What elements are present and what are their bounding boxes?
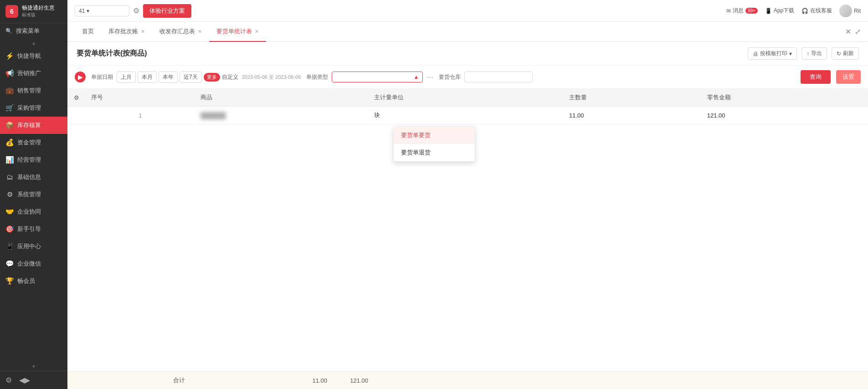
th-product: 商品	[195, 89, 369, 107]
sidebar-item-marketing[interactable]: 📢 营销推广	[0, 65, 67, 82]
page-header: 要货单统计表(按商品) 🖨 按模板打印 ▾ ↑ 导出 ↻ 刷新	[67, 42, 868, 66]
nav-icon-quick-nav: ⚡	[5, 52, 14, 60]
dropdown-item-return[interactable]: 要货单退货	[394, 144, 475, 161]
topbar-left: 41 ▾ ⚙ 体验行业方案	[75, 4, 721, 18]
td-num: 1	[86, 107, 195, 124]
more-options-button[interactable]: ···	[426, 72, 433, 82]
sidebar-scroll-down[interactable]: ▼	[0, 362, 67, 371]
tab-home[interactable]: 首页	[75, 22, 101, 42]
nav-icon-enterprise: 🤝	[5, 208, 14, 216]
download-icon: 📱	[765, 8, 772, 14]
sidebar-search[interactable]: 🔍 搜索菜单	[0, 23, 67, 39]
tab-close-receivable-summary[interactable]: ✕	[198, 29, 202, 35]
sidebar-item-system[interactable]: ⚙ 系统管理	[0, 186, 67, 203]
sidebar-item-basic[interactable]: 🗂 基础信息	[0, 169, 67, 186]
tab-label-inventory-batch: 库存批次账	[108, 27, 138, 36]
tab-label-home: 首页	[82, 27, 94, 36]
nav-label-purchase: 采购管理	[17, 104, 41, 112]
headset-icon: 🎧	[801, 8, 808, 14]
warehouse-input[interactable]	[464, 72, 533, 82]
user-item[interactable]: Rit	[839, 5, 861, 17]
sidebar: 6 畅捷通好生意 标准版 🔍 搜索菜单 ▲ ⚡ 快捷导航 📢 营销推广 💼 销售…	[0, 0, 67, 389]
date-custom-button[interactable]: 自定义	[222, 73, 238, 81]
nav-label-operations: 经营管理	[17, 156, 41, 164]
app-download-item[interactable]: 📱 App下载	[765, 7, 794, 15]
nav-icon-operations: 📊	[5, 156, 14, 164]
footer-amount: 121.00	[332, 377, 377, 384]
tab-order-stats[interactable]: 要货单统计表✕	[209, 22, 266, 42]
tab-close-all-button[interactable]: ✕	[845, 27, 851, 36]
sidebar-item-operations[interactable]: 📊 经营管理	[0, 151, 67, 169]
topbar-gear-icon[interactable]: ⚙	[133, 6, 139, 15]
th-num: 序号	[86, 89, 195, 107]
sidebar-item-purchase[interactable]: 🛒 采购管理	[0, 99, 67, 117]
date-this-month[interactable]: 本月	[138, 72, 157, 83]
th-quantity: 主数量	[564, 89, 702, 107]
search-icon: 🔍	[5, 28, 12, 34]
settings-icon[interactable]: ⚙	[5, 376, 12, 384]
sidebar-item-quick-nav[interactable]: ⚡ 快捷导航	[0, 47, 67, 65]
sidebar-item-wechat[interactable]: 💬 企业微信	[0, 255, 67, 272]
footer-label: 合计	[173, 376, 219, 384]
sidebar-item-member[interactable]: 🏆 畅会员	[0, 272, 67, 290]
sidebar-bottom: ⚙ ◀▶	[0, 371, 67, 389]
sidebar-item-enterprise[interactable]: 🤝 企业协同	[0, 203, 67, 220]
nav-label-inventory: 库存核算	[17, 121, 41, 129]
tab-label-order-stats: 要货单统计表	[216, 27, 252, 36]
th-settings[interactable]: ⚙	[67, 89, 86, 107]
main-content: 41 ▾ ⚙ 体验行业方案 ✉ 消息 99+ 📱 App下载 🎧 在线客服	[67, 0, 868, 389]
sidebar-item-apps[interactable]: 📱 应用中心	[0, 238, 67, 255]
app-version: 标准版	[22, 12, 55, 18]
tab-close-inventory-batch[interactable]: ✕	[141, 29, 145, 35]
page-actions: 🖨 按模板打印 ▾ ↑ 导出 ↻ 刷新	[748, 47, 859, 65]
nav-label-apps: 应用中心	[17, 242, 41, 251]
table-body: 1 ██████ 块 11.00 121.00	[67, 107, 868, 124]
nav-icon-guide: 🎯	[5, 225, 14, 233]
table-footer: 合计 11.00 121.00	[67, 371, 868, 389]
nav-icon-purchase: 🛒	[5, 104, 14, 112]
sidebar-item-finance[interactable]: 💰 资金管理	[0, 134, 67, 151]
company-select-value: 41	[79, 8, 85, 14]
sidebar-scroll-up[interactable]: ▲	[0, 39, 67, 47]
messages-badge: 99+	[745, 8, 758, 14]
refresh-button[interactable]: ↻ 刷新	[832, 47, 859, 60]
collapse-icon[interactable]: ◀▶	[19, 376, 30, 384]
search-button[interactable]: 查询	[801, 70, 831, 84]
date-7days[interactable]: 近7天	[180, 72, 202, 83]
tab-close-order-stats[interactable]: ✕	[255, 29, 259, 35]
th-unit: 主计量单位	[369, 89, 564, 107]
sidebar-item-guide[interactable]: 🎯 新手引导	[0, 220, 67, 238]
date-more-button[interactable]: 更多	[204, 73, 220, 82]
nav-icon-sales: 💼	[5, 87, 14, 95]
app-download-label: App下载	[774, 7, 794, 15]
nav-label-quick-nav: 快捷导航	[17, 52, 41, 60]
nav-label-member: 畅会员	[17, 277, 35, 285]
settings-filter-button[interactable]: 设置	[836, 70, 861, 84]
online-service-item[interactable]: 🎧 在线客服	[801, 7, 832, 15]
nav-icon-system: ⚙	[5, 190, 14, 199]
dropdown-item-request[interactable]: 要货单要货	[394, 127, 475, 144]
company-select[interactable]: 41 ▾	[75, 5, 129, 16]
td-quantity: 11.00	[564, 107, 702, 124]
online-service-label: 在线客服	[810, 7, 832, 15]
chevron-up-icon: ▲	[413, 74, 419, 80]
messages-label: 消息	[733, 7, 744, 15]
nav-label-basic: 基础信息	[17, 173, 41, 181]
filter-toggle-button[interactable]: ▶	[75, 72, 86, 82]
table-header-row: ⚙ 序号 商品 主计量单位 主数量 零售金额	[67, 89, 868, 107]
messages-item[interactable]: ✉ 消息 99+	[726, 7, 758, 15]
page-content: 要货单统计表(按商品) 🖨 按模板打印 ▾ ↑ 导出 ↻ 刷新 ▶	[67, 42, 868, 389]
sidebar-item-sales[interactable]: 💼 销售管理	[0, 82, 67, 99]
trial-button[interactable]: 体验行业方案	[143, 4, 191, 18]
tab-expand-button[interactable]: ⤢	[855, 27, 861, 36]
product-name: ██████	[200, 112, 226, 119]
export-button[interactable]: ↑ 导出	[801, 47, 827, 60]
date-this-year[interactable]: 本年	[159, 72, 178, 83]
type-select[interactable]: ▲	[332, 72, 423, 82]
sidebar-item-inventory[interactable]: 📦 库存核算	[0, 117, 67, 134]
print-icon: 🖨	[753, 51, 758, 57]
date-prev-month[interactable]: 上月	[117, 72, 136, 83]
template-print-button[interactable]: 🖨 按模板打印 ▾	[748, 47, 797, 60]
tab-receivable-summary[interactable]: 收发存汇总表✕	[152, 22, 209, 42]
tab-inventory-batch[interactable]: 库存批次账✕	[101, 22, 152, 42]
